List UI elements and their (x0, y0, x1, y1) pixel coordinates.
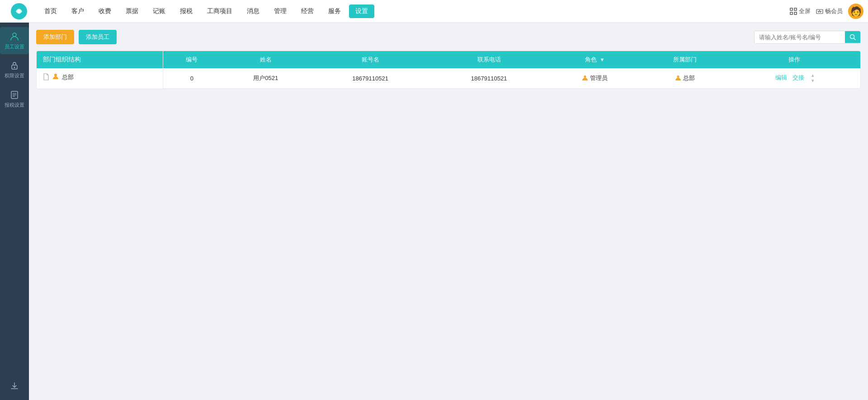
tax-settings-icon (9, 90, 19, 100)
table-header-row: 编号 姓名 账号名 联系电话 角色 ▼ 所属部门 操作 (163, 51, 860, 68)
cell-action: 编辑 交接 ▲ ▼ (728, 68, 860, 89)
nav-fee[interactable]: 收费 (92, 5, 118, 18)
svg-rect-4 (790, 12, 793, 14)
col-action: 操作 (728, 51, 860, 68)
scroll-down-arrow: ▼ (811, 78, 815, 84)
add-emp-button[interactable]: 添加员工 (79, 30, 117, 44)
nav-business[interactable]: 工商项目 (201, 5, 239, 18)
svg-rect-3 (794, 8, 797, 10)
sidebar-download-button[interactable] (0, 376, 29, 395)
scroll-up-arrow: ▲ (811, 73, 815, 78)
filter-icon: ▼ (599, 57, 604, 62)
main-content: 添加部门 添加员工 部门组织结构 (29, 23, 868, 400)
col-role[interactable]: 角色 ▼ (548, 51, 641, 68)
lock-icon (9, 61, 19, 71)
file-icon (43, 73, 49, 82)
dept-tree: 部门组织结构 总部 (37, 51, 163, 89)
nav-client[interactable]: 客户 (65, 5, 90, 18)
nav-tax[interactable]: 报税 (174, 5, 199, 18)
content-area: 部门组织结构 总部 (36, 51, 861, 89)
role-user-icon (582, 75, 588, 82)
cell-dept: 总部 (641, 68, 728, 89)
cell-phone: 18679110521 (429, 68, 548, 89)
search-input[interactable] (755, 31, 845, 43)
nav-home[interactable]: 首页 (38, 5, 63, 18)
svg-point-1 (17, 9, 20, 13)
col-role-label: 角色 (585, 56, 597, 63)
vip-label: 畅会员 (825, 7, 843, 15)
role-badge: 管理员 (582, 74, 608, 82)
sidebar-permission-label: 权限设置 (5, 72, 24, 79)
vip-button[interactable]: 畅会员 (816, 7, 843, 15)
nav-service[interactable]: 服务 (322, 5, 347, 18)
sidebar: 员工设置 权限设置 报税设置 (0, 23, 29, 400)
nav-accounting[interactable]: 记账 (146, 5, 172, 18)
col-phone: 联系电话 (429, 51, 548, 68)
sidebar-item-employee[interactable]: 员工设置 (0, 27, 29, 54)
col-dept: 所属部门 (641, 51, 728, 68)
nav-operation[interactable]: 经营 (295, 5, 320, 18)
top-navigation: 首页 客户 收费 票据 记账 报税 工商项目 消息 管理 经营 服务 设置 全屏 (0, 0, 868, 23)
nav-invoice[interactable]: 票据 (119, 5, 145, 18)
sidebar-item-tax-settings[interactable]: 报税设置 (0, 85, 29, 113)
app-logo[interactable] (5, 3, 33, 19)
employee-icon (9, 32, 19, 42)
col-name: 姓名 (221, 51, 311, 68)
top-nav-right: 全屏 畅会员 🧑 (790, 4, 863, 19)
search-box (754, 31, 861, 44)
nav-settings[interactable]: 设置 (349, 5, 374, 18)
cell-role: 管理员 (548, 68, 641, 89)
toolbar: 添加部门 添加员工 (36, 30, 861, 44)
dept-user-icon (52, 73, 59, 82)
cell-account: 18679110521 (311, 68, 430, 89)
svg-point-9 (14, 67, 15, 68)
role-name: 管理员 (590, 74, 608, 82)
svg-point-7 (13, 33, 16, 37)
fullscreen-button[interactable]: 全屏 (790, 7, 811, 15)
dept-name-cell: 总部 (683, 74, 695, 82)
sidebar-employee-label: 员工设置 (5, 43, 24, 50)
nav-menu: 首页 客户 收费 票据 记账 报税 工商项目 消息 管理 经营 服务 设置 (38, 5, 790, 18)
edit-link[interactable]: 编辑 (775, 74, 787, 81)
nav-manage[interactable]: 管理 (268, 5, 293, 18)
svg-point-18 (677, 75, 679, 78)
transfer-link[interactable]: 交接 (793, 74, 804, 81)
employee-table-wrapper: 编号 姓名 账号名 联系电话 角色 ▼ 所属部门 操作 0 (163, 51, 860, 89)
avatar[interactable]: 🧑 (848, 4, 863, 19)
table-row: 0 用户0521 18679110521 18679110521 (163, 68, 860, 89)
svg-point-16 (54, 74, 57, 76)
svg-point-17 (584, 75, 586, 78)
sidebar-item-permission[interactable]: 权限设置 (0, 56, 29, 83)
svg-rect-5 (794, 12, 797, 14)
employee-table: 编号 姓名 账号名 联系电话 角色 ▼ 所属部门 操作 0 (163, 51, 860, 89)
add-dept-button[interactable]: 添加部门 (36, 30, 74, 44)
cell-id: 0 (163, 68, 221, 89)
dept-tree-item-headquarters[interactable]: 总部 (37, 68, 163, 86)
col-id: 编号 (163, 51, 221, 68)
fullscreen-label: 全屏 (799, 7, 811, 15)
dept-name-headquarters: 总部 (62, 73, 74, 81)
row-scroll-arrows: ▲ ▼ (811, 73, 815, 84)
search-button[interactable] (845, 31, 860, 43)
download-icon (9, 381, 19, 391)
dept-badge: 总部 (675, 74, 695, 82)
cell-name: 用户0521 (221, 68, 311, 89)
svg-rect-2 (790, 8, 793, 10)
sidebar-tax-settings-label: 报税设置 (5, 102, 24, 108)
dept-user-icon-table (675, 75, 681, 82)
svg-line-15 (854, 38, 856, 40)
dept-tree-header: 部门组织结构 (37, 51, 163, 68)
col-account: 账号名 (311, 51, 430, 68)
nav-message[interactable]: 消息 (241, 5, 266, 18)
